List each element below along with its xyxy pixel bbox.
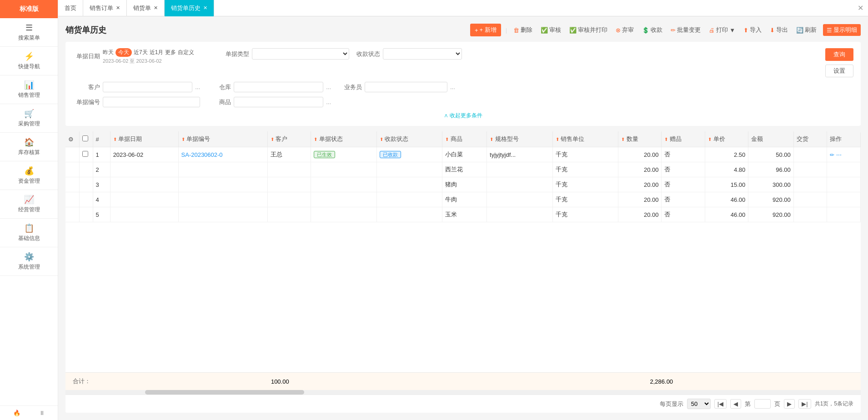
- tab-home[interactable]: 首页: [58, 0, 83, 16]
- refresh-button[interactable]: 🔄 刷新: [794, 25, 818, 35]
- row-checkbox[interactable]: [82, 151, 88, 157]
- sidebar-item-label: 采购管理: [18, 120, 40, 128]
- checkbox-cell: [79, 147, 93, 162]
- doc-no-cell[interactable]: [178, 207, 267, 222]
- date-7days[interactable]: 近7天: [134, 49, 148, 56]
- sidebar-footer-icon2[interactable]: ⏸: [39, 410, 45, 416]
- staff-input[interactable]: [365, 82, 447, 92]
- collect-status-select[interactable]: [383, 48, 462, 60]
- tab-sales-history-label: 销货单历史: [171, 4, 201, 12]
- scroll-thumb[interactable]: [145, 390, 304, 395]
- sidebar-item-sys-mgmt[interactable]: ⚙️ 系统管理: [0, 247, 58, 276]
- tab-sales-history-close[interactable]: ✕: [203, 5, 207, 11]
- review-button[interactable]: ✅ 审核: [539, 25, 563, 35]
- tab-sales-delivery-close[interactable]: ✕: [154, 5, 158, 11]
- show-detail-button[interactable]: ☰ 显示明细: [823, 24, 861, 36]
- col-unit-price[interactable]: ⬆ 单价: [705, 131, 748, 147]
- col-settings[interactable]: ⚙: [65, 131, 79, 147]
- customer-ellipsis[interactable]: ...: [195, 84, 200, 90]
- page-input[interactable]: 1: [754, 399, 771, 409]
- col-customer[interactable]: ⬆ 客户: [267, 131, 311, 147]
- quick-nav-icon: ⚡: [24, 51, 34, 61]
- col-gift[interactable]: ⬆ 赠品: [662, 131, 705, 147]
- tab-sales-order-close[interactable]: ✕: [116, 5, 120, 11]
- delete-button[interactable]: 🗑 删除: [512, 25, 534, 35]
- settings-button[interactable]: 设置: [825, 65, 853, 77]
- warehouse-input[interactable]: [234, 82, 323, 92]
- page-prev-button[interactable]: ◀: [730, 399, 741, 409]
- checkbox-cell: [79, 162, 93, 177]
- col-ops: 操作: [827, 131, 861, 147]
- sidebar-item-finance[interactable]: 💰 资金管理: [0, 161, 58, 190]
- query-button[interactable]: 查询: [825, 48, 853, 61]
- doc-no-input[interactable]: [103, 97, 200, 107]
- col-spec[interactable]: ⬆ 规格型号: [487, 131, 552, 147]
- import-button[interactable]: ⬆ 导入: [742, 25, 763, 35]
- sidebar-item-inventory[interactable]: 🏠 库存核算: [0, 133, 58, 161]
- sidebar-item-quick-nav[interactable]: ⚡ 快捷导航: [0, 47, 58, 75]
- unit-price-cell: 15.00: [705, 177, 748, 192]
- collect-icon: 💲: [642, 27, 649, 34]
- doc-no-cell[interactable]: [178, 162, 267, 177]
- customer-input[interactable]: [103, 82, 192, 92]
- op-edit-button[interactable]: ✏: [830, 152, 834, 158]
- col-unit[interactable]: ⬆ 销售单位: [552, 131, 618, 147]
- filter-row-2: 客户 ... 仓库 ... 业务员 ...: [73, 82, 853, 92]
- page-next-button[interactable]: ▶: [784, 399, 795, 409]
- sidebar-footer: 🔥 ⏸: [0, 405, 58, 420]
- collect-status-label: 收款状态: [353, 50, 380, 58]
- row-no-cell: 4: [93, 192, 110, 207]
- col-doc-status[interactable]: ⬆ 单据状态: [311, 131, 376, 147]
- page-first-button[interactable]: |◀: [714, 399, 727, 409]
- print-button[interactable]: 🖨 打印 ▼: [707, 25, 737, 35]
- new-button[interactable]: + + 新增: [470, 24, 501, 36]
- sidebar-item-basic-info[interactable]: 📋 基础信息: [0, 219, 58, 247]
- sidebar-item-sales-mgmt[interactable]: 📊 销售管理: [0, 75, 58, 104]
- date-1month[interactable]: 近1月: [150, 49, 164, 56]
- qty-cell: 20.00: [618, 162, 662, 177]
- page-summary: 共1页，5条记录: [815, 400, 853, 408]
- spec-cell: [487, 162, 552, 177]
- col-product[interactable]: ⬆ 商品: [442, 131, 487, 147]
- tab-sales-delivery[interactable]: 销货单 ✕: [127, 0, 165, 16]
- collapse-button[interactable]: ∧ 收起更多条件: [73, 112, 853, 120]
- date-today[interactable]: 今天: [115, 48, 132, 57]
- warehouse-ellipsis[interactable]: ...: [326, 84, 331, 90]
- sidebar-item-purchase-mgmt[interactable]: 🛒 采购管理: [0, 104, 58, 133]
- staff-ellipsis[interactable]: ...: [450, 84, 455, 90]
- doc-type-select[interactable]: [252, 48, 349, 60]
- abandon-button[interactable]: ⊗ 弃审: [614, 25, 636, 35]
- sidebar-item-label: 快捷导航: [18, 63, 40, 70]
- collect-button[interactable]: 💲 收款: [640, 25, 664, 35]
- col-doc-date[interactable]: ⬆ 单据日期: [110, 131, 178, 147]
- doc-type-label: 单据类型: [222, 50, 249, 58]
- date-yesterday[interactable]: 昨天: [103, 49, 114, 56]
- col-qty[interactable]: ⬆ 数量: [618, 131, 662, 147]
- doc-status-cell: [311, 207, 376, 222]
- sidebar-item-operations[interactable]: 📈 经营管理: [0, 190, 58, 219]
- doc-no-cell[interactable]: [178, 192, 267, 207]
- doc-no-cell[interactable]: [178, 177, 267, 192]
- export-button[interactable]: ⬇ 导出: [768, 25, 790, 35]
- col-collect-status[interactable]: ⬆ 收款状态: [376, 131, 442, 147]
- page-last-button[interactable]: ▶|: [798, 399, 811, 409]
- op-more-button[interactable]: ⋯: [836, 152, 842, 158]
- product-ellipsis[interactable]: ...: [326, 99, 331, 105]
- date-shortcuts-group: 昨天 今天 近7天 近1月 更多 自定义 2023-06-02 至 2023-0…: [103, 48, 194, 65]
- tab-sales-order[interactable]: 销售订单 ✕: [83, 0, 127, 16]
- tab-close-all-button[interactable]: ✕: [853, 4, 868, 12]
- doc-no-cell[interactable]: SA-20230602-0: [178, 147, 267, 162]
- date-more[interactable]: 更多: [165, 49, 176, 56]
- horizontal-scrollbar[interactable]: [65, 390, 861, 395]
- select-all-checkbox[interactable]: [82, 135, 88, 141]
- date-custom[interactable]: 自定义: [178, 49, 194, 56]
- sidebar-item-search-menu[interactable]: ☰ 搜索菜单: [0, 18, 58, 47]
- sidebar-footer-icon1[interactable]: 🔥: [13, 410, 20, 416]
- batch-change-button[interactable]: ✏ 批量变更: [669, 25, 702, 35]
- col-doc-no[interactable]: ⬆ 单据编号: [178, 131, 267, 147]
- doc-date-cell: 2023-06-02: [110, 147, 178, 162]
- tab-sales-history[interactable]: 销货单历史 ✕: [165, 0, 214, 16]
- review-print-button[interactable]: ✅ 审核并打印: [567, 25, 609, 35]
- page-size-select[interactable]: 50 100: [687, 399, 711, 409]
- product-input[interactable]: [234, 97, 323, 107]
